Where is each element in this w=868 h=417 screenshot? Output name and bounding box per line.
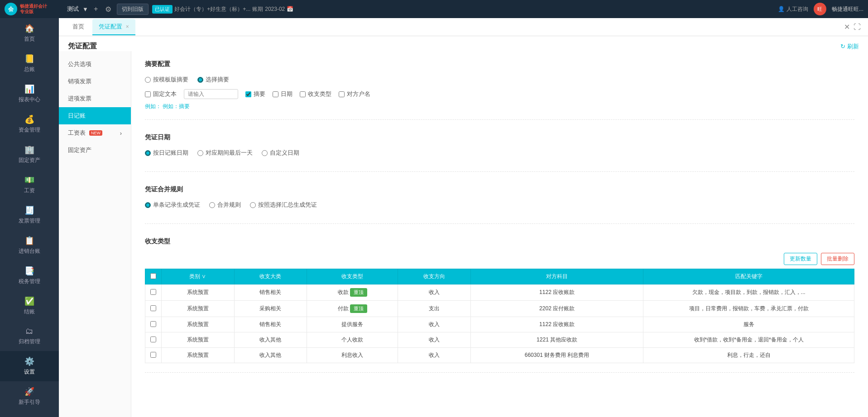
radio-last-day[interactable]: 对应期间最后一天 — [197, 149, 253, 157]
page-header: 凭证配置 ↻ 刷新 — [59, 36, 868, 51]
radio-journal-date[interactable]: 按日记账日期 — [145, 149, 188, 157]
refresh-button[interactable]: ↻ 刷新 — [840, 43, 859, 51]
period-tag: 账期 2023-02 📅 — [252, 5, 293, 13]
radio-template-summary[interactable]: 按模板版摘要 — [145, 76, 188, 84]
row-checkbox[interactable] — [150, 321, 156, 327]
logo-icon: 会 — [5, 3, 17, 15]
checkbox-counterpart-name[interactable]: 对方户名 — [339, 90, 370, 98]
radio-select-summary[interactable]: 选择摘要 — [197, 76, 229, 84]
ledger-icon: 📒 — [24, 54, 34, 64]
sidebar-item-purchase-sales[interactable]: 📋 进销台账 — [0, 230, 59, 261]
guide-icon: 🚀 — [24, 387, 34, 397]
table-row: 系统预置 采购相关 付款 重顶 支出 2202 应付账款 项目，日常费用，报销款… — [145, 301, 854, 317]
tab-home[interactable]: 首页 — [66, 19, 91, 35]
checkbox-fixed-text[interactable]: 固定文本 — [145, 90, 177, 98]
tab-close-button[interactable]: × — [126, 24, 129, 30]
sidebar-item-salary[interactable]: 💵 工资 — [0, 170, 59, 200]
date-radio-group: 按日记账日期 对应期间最后一天 自定义日期 — [145, 149, 854, 157]
left-nav-journal[interactable]: 日记账 — [59, 107, 131, 124]
radio-merge-rule[interactable]: 合并规则 — [209, 201, 241, 209]
fixed-text-input[interactable] — [184, 89, 238, 99]
user-name: 畅捷通旺旺... — [832, 5, 863, 13]
merge-section: 凭证合并规则 单条记录生成凭证 合并规则 按照选择汇总生成凭证 — [145, 185, 854, 224]
summary-section-title: 摘要配置 — [145, 60, 854, 68]
archive-icon: 🗂 — [25, 327, 34, 336]
example-text: 例如： 例如：摘要 — [145, 103, 854, 110]
user-avatar[interactable]: 旺 — [814, 3, 826, 15]
radio-single-record[interactable]: 单条记录生成凭证 — [145, 201, 200, 209]
purchase-sales-icon: 📋 — [24, 236, 34, 246]
page-title: 凭证配置 — [68, 42, 97, 51]
product-tags: 好会计（专）+好生意（标）+... — [174, 5, 250, 13]
sidebar-item-assets[interactable]: 🏢 固定资产 — [0, 139, 59, 170]
table-header-major: 收支大类 — [234, 269, 307, 284]
left-nav: 公共选项 销项发票 进项发票 日记账 工资表 NEW › — [59, 51, 131, 417]
table-row: 系统预置 销售相关 收款 重顶 收入 1122 应收账款 欠款，现金，项目款，到… — [145, 284, 854, 301]
select-all-checkbox[interactable] — [150, 273, 156, 279]
left-nav-purchase-invoice[interactable]: 进项发票 — [59, 90, 131, 107]
sidebar-item-ledger[interactable]: 📒 总账 — [0, 48, 59, 79]
row-checkbox[interactable] — [150, 352, 156, 358]
right-content: 摘要配置 按模板版摘要 选择摘要 — [131, 51, 868, 417]
checkbox-summary[interactable]: 摘要 — [245, 90, 265, 98]
row-checkbox[interactable] — [150, 305, 156, 311]
sidebar: 🏠 首页 📒 总账 📊 报表中心 💰 资金管理 🏢 固定资产 💵 工资 🧾 发票… — [0, 18, 59, 417]
reset-tag[interactable]: 重顶 — [350, 304, 367, 313]
company-name[interactable]: 测试 — [67, 5, 79, 13]
left-nav-fixed-assets[interactable]: 固定资产 — [59, 142, 131, 159]
row-checkbox[interactable] — [150, 289, 156, 295]
sidebar-item-invoice[interactable]: 🧾 发票管理 — [0, 200, 59, 230]
summary-checkbox-row: 固定文本 摘要 日期 收支类型 — [145, 89, 854, 99]
table-row: 系统预置 收入其他 利息收入 收入 660301 财务费用 利息费用 利息，行走… — [145, 348, 854, 363]
add-button[interactable]: + — [92, 4, 100, 14]
checkbox-income-expense-type[interactable]: 收支类型 — [300, 90, 331, 98]
summary-section: 摘要配置 按模板版摘要 选择摘要 — [145, 60, 854, 120]
batch-delete-button[interactable]: 批量删除 — [821, 253, 854, 265]
header-right: 👤 人工咨询 旺 畅捷通旺旺... — [778, 3, 863, 15]
sidebar-item-closing[interactable]: ✅ 结账 — [0, 291, 59, 321]
radio-summary-generate[interactable]: 按照选择汇总生成凭证 — [250, 201, 317, 209]
income-expense-title: 收支类型 — [145, 237, 854, 246]
sidebar-item-reports[interactable]: 📊 报表中心 — [0, 79, 59, 109]
sidebar-item-archive[interactable]: 🗂 归档管理 — [0, 321, 59, 351]
app-logo: 会 畅捷通好会计 专业版 — [5, 3, 63, 15]
table-row: 系统预置 收入其他 个人收款 收入 1221 其他应收款 收到*借款，收到*备用… — [145, 332, 854, 348]
checkbox-date[interactable]: 日期 — [273, 90, 293, 98]
left-nav-public[interactable]: 公共选项 — [59, 56, 131, 73]
table-header-keywords: 匹配关键字 — [643, 269, 854, 284]
tax-icon: 📑 — [24, 266, 34, 276]
tab-actions: ✕ ⛶ — [844, 23, 861, 31]
new-badge: NEW — [89, 130, 102, 136]
radio-custom-date[interactable]: 自定义日期 — [262, 149, 299, 157]
settings-icon-button[interactable]: ⚙ — [103, 4, 113, 14]
header-tags: 已认证 好会计（专）+好生意（标）+... 账期 2023-02 📅 — [152, 5, 293, 14]
close-window-button[interactable]: ✕ — [844, 23, 850, 31]
app-body: 🏠 首页 📒 总账 📊 报表中心 💰 资金管理 🏢 固定资产 💵 工资 🧾 发票… — [0, 18, 868, 417]
tab-voucher-config[interactable]: 凭证配置 × — [92, 19, 135, 35]
customer-service-button[interactable]: 👤 人工咨询 — [778, 5, 808, 13]
sidebar-item-guide[interactable]: 🚀 新手引导 — [0, 381, 59, 412]
sidebar-item-settings[interactable]: ⚙️ 设置 — [0, 351, 59, 381]
maximize-window-button[interactable]: ⛶ — [854, 23, 861, 31]
content-area: 公共选项 销项发票 进项发票 日记账 工资表 NEW › — [59, 51, 868, 417]
main-content: 首页 凭证配置 × ✕ ⛶ 凭证配置 ↻ 刷新 公共选项 — [59, 18, 868, 417]
date-section-title: 凭证日期 — [145, 133, 854, 142]
sidebar-item-funds[interactable]: 💰 资金管理 — [0, 109, 59, 139]
left-nav-sales-invoice[interactable]: 销项发票 — [59, 73, 131, 90]
closing-icon: ✅ — [24, 296, 34, 306]
chevron-down-icon: › — [120, 130, 122, 137]
sidebar-item-tax[interactable]: 📑 税务管理 — [0, 261, 59, 291]
income-expense-table: 类别 ∨ 收支大类 收支类型 收支方向 对方科目 匹配关键字 — [145, 269, 854, 363]
sidebar-item-member[interactable]: 👑 畅会员 — [0, 412, 59, 417]
row-checkbox[interactable] — [150, 336, 156, 342]
reset-tag[interactable]: 重顶 — [350, 288, 367, 297]
sidebar-item-home[interactable]: 🏠 首页 — [0, 18, 59, 48]
switch-old-version-button[interactable]: 切到旧版 — [117, 4, 149, 15]
merge-section-title: 凭证合并规则 — [145, 185, 854, 194]
table-header-category[interactable]: 类别 ∨ — [162, 269, 235, 284]
settings-icon: ⚙️ — [24, 356, 34, 366]
left-nav-payroll[interactable]: 工资表 NEW › — [59, 124, 131, 142]
funds-icon: 💰 — [24, 114, 34, 124]
update-count-button[interactable]: 更新数量 — [784, 253, 817, 265]
salary-icon: 💵 — [24, 175, 34, 185]
